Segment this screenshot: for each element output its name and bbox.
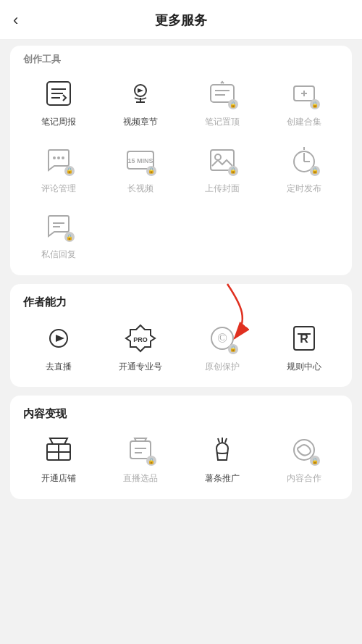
content-coop-lock (310, 456, 320, 466)
pin-note-icon-wrap (203, 75, 241, 112)
svg-text:15 MINS: 15 MINS (127, 157, 153, 164)
schedule-publish-item[interactable]: 定时发布 (263, 141, 345, 195)
pro-label: 开通专业号 (119, 361, 162, 373)
original-protect-label: 原创保护 (205, 361, 240, 373)
potato-item[interactable]: 薯条推广 (181, 431, 263, 485)
long-video-item[interactable]: 15 MINS 长视频 (99, 141, 181, 195)
create-collection-icon-wrap (285, 75, 323, 112)
creation-tools-grid: 笔记周报 视频章节 (17, 75, 345, 261)
sections-wrapper: 创作工具 笔记周报 (0, 46, 362, 499)
svg-point-15 (62, 156, 64, 159)
upload-cover-icon-wrap (203, 141, 241, 179)
pin-note-item[interactable]: 笔记置顶 (181, 75, 263, 128)
svg-text:PRO: PRO (133, 336, 148, 343)
pro-item[interactable]: PRO 开通专业号 (99, 319, 181, 373)
pro-icon: PRO (125, 322, 156, 354)
potato-icon (206, 434, 238, 466)
live-icon-wrap (40, 319, 77, 357)
long-video-lock (146, 166, 156, 176)
dm-reply-icon-wrap (40, 207, 77, 245)
content-coop-icon-wrap (285, 431, 323, 469)
dm-reply-label: 私信回复 (41, 249, 76, 261)
pin-note-lock (228, 99, 238, 109)
long-video-icon-wrap: 15 MINS (122, 141, 159, 179)
rules-center-label: 规则中心 (287, 361, 321, 373)
content-coop-item[interactable]: 内容合作 (263, 431, 345, 485)
pro-icon-wrap: PRO (122, 319, 159, 357)
weekly-icon-wrap (40, 75, 77, 112)
dm-reply-item[interactable]: 私信回复 (17, 207, 99, 261)
create-collection-item[interactable]: 创建合集 (263, 75, 345, 128)
live-select-lock (146, 456, 156, 466)
author-ability-card: 作者能力 去直播 PRO (10, 284, 352, 388)
content-coop-label: 内容合作 (287, 473, 321, 485)
potato-label: 薯条推广 (205, 473, 240, 485)
svg-point-13 (53, 156, 56, 159)
rules-center-icon-wrap: R (285, 319, 323, 357)
schedule-publish-label: 定时发布 (287, 183, 321, 195)
svg-rect-39 (130, 441, 151, 459)
svg-line-42 (218, 438, 219, 443)
original-protect-icon-wrap: © (203, 319, 241, 357)
page-title: 更多服务 (155, 12, 207, 29)
original-protect-item[interactable]: © 原创保护 (181, 319, 263, 373)
author-ability-title: 作者能力 (17, 296, 345, 319)
pin-note-label: 笔记置顶 (205, 117, 240, 128)
video-chapter-icon-wrap (122, 75, 159, 112)
weekly-icon (43, 78, 75, 109)
creation-tools-title: 创作工具 (17, 53, 345, 75)
rules-center-item[interactable]: R 规则中心 (263, 319, 345, 373)
back-button[interactable]: ‹ (13, 11, 18, 30)
weekly-label: 笔记周报 (41, 117, 76, 128)
long-video-label: 长视频 (127, 183, 153, 195)
svg-text:©: © (217, 331, 227, 346)
video-chapter-icon (125, 78, 156, 109)
comment-manage-label: 评论管理 (41, 183, 76, 195)
svg-marker-27 (56, 335, 64, 342)
monetize-title: 内容变现 (17, 407, 345, 431)
svg-line-44 (225, 438, 227, 443)
open-store-icon (43, 434, 75, 466)
video-chapter-label: 视频章节 (123, 117, 158, 128)
live-label: 去直播 (46, 361, 72, 373)
open-store-icon-wrap (40, 431, 77, 469)
open-store-item[interactable]: 开通店铺 (17, 431, 99, 485)
potato-icon-wrap (203, 431, 241, 469)
live-icon (43, 322, 75, 354)
open-store-label: 开通店铺 (41, 473, 76, 485)
live-select-label: 直播选品 (123, 473, 158, 485)
create-collection-label: 创建合集 (287, 117, 321, 128)
upload-cover-label: 上传封面 (205, 183, 240, 195)
video-chapter-item[interactable]: 视频章节 (99, 75, 181, 128)
creation-tools-card: 创作工具 笔记周报 (10, 46, 352, 275)
dm-reply-lock (64, 232, 75, 242)
svg-point-14 (57, 156, 60, 159)
monetize-card: 内容变现 开通店铺 (10, 396, 352, 499)
monetize-grid: 开通店铺 直播选品 (17, 431, 345, 485)
schedule-publish-icon-wrap (285, 141, 323, 179)
comment-manage-item[interactable]: 评论管理 (17, 141, 99, 195)
upload-cover-item[interactable]: 上传封面 (181, 141, 263, 195)
original-protect-lock (228, 344, 238, 354)
author-ability-grid: 去直播 PRO 开通专业号 © (17, 319, 345, 373)
live-item[interactable]: 去直播 (17, 319, 99, 373)
create-collection-lock (310, 99, 320, 109)
comment-manage-lock (64, 166, 75, 176)
live-select-icon-wrap (122, 431, 159, 469)
weekly-item[interactable]: 笔记周报 (17, 75, 99, 128)
live-select-item[interactable]: 直播选品 (99, 431, 181, 485)
page-header: ‹ 更多服务 (0, 0, 362, 40)
upload-cover-lock (228, 166, 238, 176)
schedule-publish-lock (310, 166, 320, 176)
rules-center-icon: R (288, 322, 320, 354)
comment-manage-icon-wrap (40, 141, 77, 179)
